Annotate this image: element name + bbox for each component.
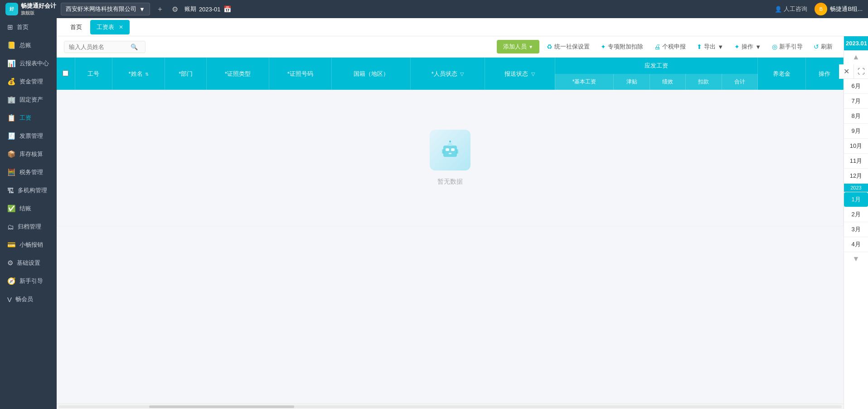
tab-salary-table[interactable]: 工资表 ✕ [90,20,130,34]
special-deduct-btn[interactable]: ✦ 专项附加扣除 [597,40,647,53]
sidebar-label-guide: 新手引导 [19,277,43,285]
month-item-8[interactable]: 8月 [844,109,868,124]
empty-icon [430,130,470,170]
svg-rect-4 [442,149,444,154]
sidebar-item-tax[interactable]: 🧮 税务管理 [0,163,57,181]
main-layout: ⊞ 首页 📒 总账 📊 云报表中心 💰 资金管理 🏢 固定资产 📋 工资 [0,18,868,409]
search-icon: 🔍 [131,44,138,50]
close-button[interactable]: ✕ [839,64,853,79]
svg-point-8 [449,141,451,142]
multi-icon: 🏗 [7,187,14,195]
th-dept: *部门 [165,58,207,90]
sidebar-item-home[interactable]: ⊞ 首页 [0,18,57,36]
add-company-btn[interactable]: ＋ [155,3,165,16]
company-selector[interactable]: 西安虾米网络科技有限公司 ▼ [61,3,150,15]
sidebar-label-ledger: 总账 [19,41,31,49]
empty-state-cell: 暂无数据 [57,90,844,226]
sidebar-item-invoice[interactable]: 🧾 发票管理 [0,127,57,145]
select-all-checkbox[interactable] [63,70,68,76]
sidebar-item-member[interactable]: V 畅会员 [0,290,57,308]
archive-icon: 🗂 [7,223,14,231]
assets-icon: 🏢 [7,96,16,104]
add-person-button[interactable]: 添加人员 ▼ [497,40,539,54]
month-item-3[interactable]: 3月 [844,222,868,237]
month-item-1[interactable]: 1月 [844,192,868,207]
report-status-filter-icon[interactable]: ▽ [531,71,535,77]
refresh-icon: ↺ [814,43,819,50]
month-picker: 2023.01 ▲ 5月 6月 7月 8月 9月 10月 11月 12月 202… [844,36,868,409]
customer-service-btn[interactable]: 👤 人工咨询 [775,5,807,13]
empty-text: 暂无数据 [437,178,463,186]
sidebar-label-salary: 工资 [19,114,31,122]
settings-icon[interactable]: ⚙ [170,3,180,15]
calendar-icon[interactable]: 📅 [223,5,231,13]
sidebar-item-archive[interactable]: 🗂 归档管理 [0,218,57,236]
sidebar-item-capital[interactable]: 💰 资金管理 [0,73,57,91]
sidebar-item-assets[interactable]: 🏢 固定资产 [0,91,57,109]
month-picker-period: 2023.01 [844,36,868,50]
month-item-10[interactable]: 10月 [844,139,868,154]
export-chevron-icon: ▼ [718,44,723,50]
bottom-scrollbar[interactable] [57,404,844,409]
guide-toolbar-btn[interactable]: ◎ 新手引导 [768,40,806,53]
sidebar-item-inventory[interactable]: 📦 库存核算 [0,145,57,163]
search-input[interactable] [69,44,128,50]
month-item-7[interactable]: 7月 [844,94,868,109]
settings-sidebar-icon: ⚙ [7,259,13,267]
sidebar-item-settings[interactable]: ⚙ 基础设置 [0,254,57,272]
personal-tax-label: 个税申报 [662,43,686,51]
tab-close-icon[interactable]: ✕ [119,24,123,30]
th-name[interactable]: *姓名 ⇅ [112,58,165,90]
svg-rect-0 [443,146,457,157]
th-report-status[interactable]: 报送状态 ▽ [485,58,555,90]
guide-toolbar-icon: ◎ [772,43,777,50]
logo-text: 畅捷通好会计 旗舰版 [21,2,56,16]
th-checkbox[interactable] [57,58,75,90]
sidebar-label-home: 首页 [17,23,29,31]
sidebar-item-guide[interactable]: 🧭 新手引导 [0,272,57,290]
user-menu-btn[interactable]: B 畅捷通B组... [815,3,863,15]
top-header: 好 畅捷通好会计 旗舰版 西安虾米网络科技有限公司 ▼ ＋ ⚙ 账期 2023-… [0,0,868,18]
month-item-11[interactable]: 11月 [844,154,868,169]
personal-tax-btn[interactable]: 🖨 个税申报 [650,40,689,53]
month-picker-year-label: 2023 [844,184,868,192]
add-person-chevron-icon: ▼ [529,44,533,49]
export-btn[interactable]: ⬆ 导出 ▼ [693,40,727,53]
month-item-6[interactable]: 6月 [844,79,868,94]
window-controls: ✕ ⛶ [839,64,868,79]
month-item-9[interactable]: 9月 [844,124,868,139]
period-value: 2023-01 [199,6,221,13]
logo-sub-text: 旗舰版 [21,10,56,16]
export-icon: ⬆ [697,43,702,50]
sidebar-item-settle[interactable]: ✅ 结账 [0,200,57,218]
tab-home[interactable]: 首页 [64,20,88,34]
sidebar-item-multi[interactable]: 🏗 多机构管理 [0,181,57,200]
special-deduct-label: 专项附加扣除 [608,43,643,51]
social-security-label: 统一社保设置 [554,43,590,51]
empty-robot-svg [436,136,464,164]
month-item-12[interactable]: 12月 [844,169,868,184]
scrollbar-thumb[interactable] [149,405,294,408]
th-actions: 操作 [805,58,843,90]
month-picker-up-btn[interactable]: ▲ [844,50,868,64]
service-icon: 👤 [775,6,782,13]
maximize-button[interactable]: ⛶ [853,64,868,79]
social-security-btn[interactable]: ♻ 统一社保设置 [543,40,593,53]
refresh-btn[interactable]: ↺ 刷新 [810,40,836,53]
ledger-icon: 📒 [7,41,16,49]
content-area: 首页 工资表 ✕ ✕ ⛶ [57,18,868,409]
sidebar-item-ledger[interactable]: 📒 总账 [0,36,57,54]
th-status[interactable]: *人员状态 ▽ [411,58,485,90]
th-idtype: *证照类型 [207,58,269,90]
sidebar-item-expense[interactable]: 💳 小畅报销 [0,236,57,254]
toolbar: 🔍 添加人员 ▼ ♻ 统一社保设置 ✦ 专项附加 [57,36,844,58]
sidebar-item-salary[interactable]: 📋 工资 [0,109,57,127]
status-filter-icon[interactable]: ▽ [460,71,464,77]
guide-toolbar-label: 新手引导 [779,43,803,51]
svg-rect-2 [451,148,455,151]
month-item-4[interactable]: 4月 [844,237,868,252]
sidebar-item-report[interactable]: 📊 云报表中心 [0,54,57,73]
month-item-2[interactable]: 2月 [844,207,868,222]
operations-btn[interactable]: ✦ 操作 ▼ [731,40,765,53]
month-picker-down-btn[interactable]: ▼ [844,252,868,266]
